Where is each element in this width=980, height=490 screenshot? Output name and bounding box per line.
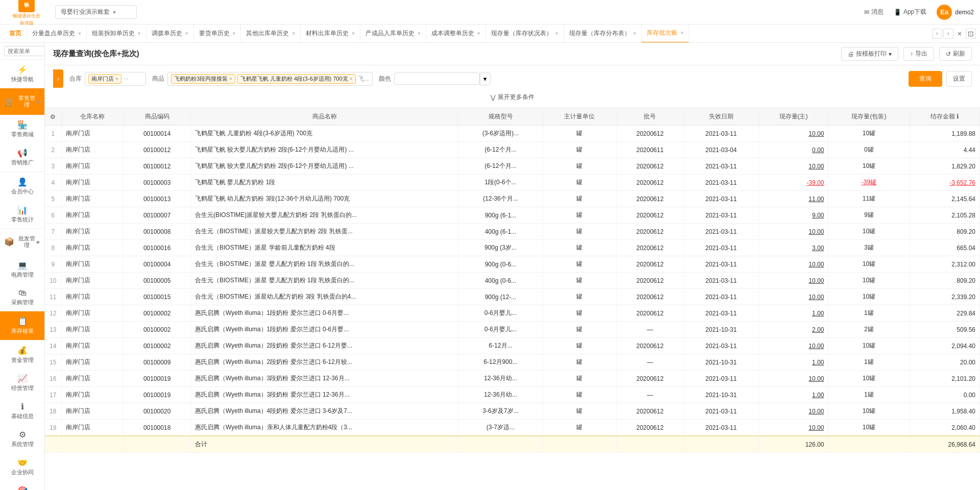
close-icon[interactable]: × [78, 31, 81, 36]
color-input[interactable] [394, 72, 480, 85]
product-more[interactable]: 飞... [358, 75, 369, 83]
tab-home[interactable]: 首页 [4, 24, 27, 43]
settings-icon[interactable]: ⚙ [50, 113, 56, 120]
cell-stock-main[interactable]: 10.00 [758, 338, 828, 354]
col-settings[interactable]: ⚙ [45, 108, 61, 126]
expand-more-button[interactable]: ⋁ 展开更多条件 [486, 91, 538, 104]
messages-button[interactable]: ✉ 消息 [864, 8, 884, 16]
product-tag-1-close[interactable]: × [229, 76, 232, 82]
query-button[interactable]: 查询 [909, 71, 942, 87]
sidebar-item-quicknav[interactable]: ⚡ 快捷导航 [0, 60, 44, 88]
product-tag-2-close[interactable]: × [350, 76, 353, 82]
stock-main-value[interactable]: 10.00 [808, 342, 824, 350]
cell-stock-main[interactable]: 1.00 [758, 305, 828, 322]
sidebar-item-retail-mgmt[interactable]: 🛒 零售管理 ▶ [0, 88, 44, 115]
sidebar-item-retail-store[interactable]: 🏪 零售商城 [0, 115, 44, 143]
cell-stock-main[interactable]: 10.00 [758, 371, 828, 387]
cell-stock-main[interactable]: 9.00 [758, 207, 828, 224]
stock-main-value[interactable]: 0.00 [812, 146, 824, 154]
stock-main-value[interactable]: 10.00 [808, 375, 824, 382]
tab-other-out[interactable]: 其他出库单历史 × [241, 24, 301, 43]
close-icon[interactable]: × [233, 31, 236, 36]
stock-main-value[interactable]: 1.00 [812, 359, 824, 366]
account-selector[interactable]: 母婴行业演示账套 ▾ [55, 5, 137, 19]
stock-main-value[interactable]: 1.00 [812, 310, 824, 317]
sidebar-item-member[interactable]: 👤 会员中心 [0, 172, 44, 200]
cell-stock-main[interactable]: 10.00 [758, 403, 828, 420]
sidebar-item-wholesale[interactable]: 📦 批发管理 ▶ [0, 229, 44, 255]
warehouse-tag-close[interactable]: × [115, 76, 118, 82]
close-icon[interactable]: × [680, 30, 683, 36]
cell-stock-main[interactable]: -39.00 [758, 175, 828, 191]
stock-main-value[interactable]: 10.00 [808, 277, 824, 284]
tab-product-in[interactable]: 产成品入库单历史 × [360, 24, 426, 43]
nav-close-all-button[interactable]: × [954, 29, 965, 39]
cell-stock-main[interactable]: 1.00 [758, 387, 828, 403]
stock-main-value[interactable]: 3.00 [812, 244, 824, 252]
sidebar-item-ecommerce[interactable]: 💻 电商管理 [0, 255, 44, 283]
stock-main-value[interactable]: 10.00 [808, 293, 824, 301]
nav-expand-button[interactable]: ⊡ [966, 29, 976, 39]
cell-stock-main[interactable]: 3.00 [758, 240, 828, 256]
warehouse-tags-input[interactable]: 南岸门店 × ··· [85, 72, 146, 86]
tab-disassemble[interactable]: 组装拆卸单历史 × [87, 24, 146, 43]
tab-inventory-status[interactable]: 现存量（库存状况表） × [486, 24, 564, 43]
user-profile[interactable]: Ea demo2 [937, 5, 974, 20]
cell-stock-main[interactable]: 2.00 [758, 322, 828, 338]
sidebar-item-enterprise-coop[interactable]: 🤝 企业协同 [0, 453, 44, 481]
close-icon[interactable]: × [418, 31, 421, 36]
sidebar-item-inventory-check[interactable]: 📋 库存核算 [0, 311, 44, 339]
cell-stock-main[interactable]: 10.00 [758, 126, 828, 142]
close-icon[interactable]: × [633, 31, 636, 36]
sidebar-item-basic-info[interactable]: ℹ 基础信息 [0, 397, 44, 425]
app-download-button[interactable]: 📱 App下载 [894, 8, 926, 16]
nav-prev-button[interactable]: ‹ [932, 29, 942, 39]
tab-batch-ledger[interactable]: 库存批次账 × [642, 24, 689, 43]
close-icon[interactable]: × [138, 31, 141, 36]
close-icon[interactable]: × [555, 31, 558, 36]
cell-stock-main[interactable]: 11.00 [758, 191, 828, 207]
sidebar-item-retail-stats[interactable]: 📊 零售统计 [0, 200, 44, 228]
close-icon[interactable]: × [477, 31, 480, 36]
search-input[interactable] [4, 46, 45, 56]
tab-requisition[interactable]: 要货单历史 × [194, 24, 241, 43]
refresh-button[interactable]: ↺ 刷新 [939, 47, 972, 61]
stock-main-value[interactable]: 10.00 [808, 130, 824, 137]
product-tags-input[interactable]: 飞鹤奶粉3段丙搜搜装 × 飞鹤星飞帆 儿童奶粉 4段(3-6岁适用) 700克 … [167, 72, 373, 86]
stock-main-value[interactable]: 1.00 [812, 391, 824, 399]
cell-stock-main[interactable]: 10.00 [758, 273, 828, 289]
export-button[interactable]: ↑ 导出 [903, 47, 934, 61]
sidebar-item-finance[interactable]: 💰 资金管理 [0, 340, 44, 369]
sidebar-item-new-guide[interactable]: 🎯 新手引导 [0, 481, 44, 490]
cell-stock-main[interactable]: 10.00 [758, 420, 828, 436]
tab-material-out[interactable]: 材料出库单历史 × [301, 24, 360, 43]
sidebar-item-procurement[interactable]: 🛍 采购管理 [0, 283, 44, 311]
cell-stock-main[interactable]: 10.00 [758, 224, 828, 240]
cell-stock-main[interactable]: 10.00 [758, 289, 828, 305]
settings-button[interactable]: 设置 [946, 71, 972, 87]
sidebar-item-operations[interactable]: 📈 经营管理 [0, 369, 44, 397]
stock-main-value[interactable]: 10.00 [808, 424, 824, 431]
nav-next-button[interactable]: › [943, 29, 953, 39]
stock-main-value[interactable]: 11.00 [808, 195, 824, 203]
stock-main-value[interactable]: 10.00 [808, 408, 824, 415]
stock-main-value[interactable]: 10.00 [808, 228, 824, 235]
cell-stock-main[interactable]: 0.00 [758, 142, 828, 158]
tab-mix[interactable]: 调拨单历史 × [146, 24, 194, 43]
cell-stock-main[interactable]: 10.00 [758, 158, 828, 175]
tab-split-inventory[interactable]: 分量盘点单历史 × [27, 24, 87, 43]
cell-stock-main[interactable]: 10.00 [758, 256, 828, 273]
sidebar-item-marketing[interactable]: 📢 营销推广 [0, 143, 44, 171]
stock-main-value[interactable]: -39.00 [806, 179, 824, 186]
tab-cost-adjust[interactable]: 成本调整单历史 × [426, 24, 486, 43]
tab-inventory-dist[interactable]: 现存量（库存分布表） × [564, 24, 642, 43]
stock-main-value[interactable]: 9.00 [812, 212, 824, 219]
warehouse-more[interactable]: ··· [124, 75, 129, 82]
close-icon[interactable]: × [292, 31, 295, 36]
stock-main-value[interactable]: 2.00 [812, 326, 824, 333]
filter-expand-button[interactable]: › [53, 69, 63, 88]
close-icon[interactable]: × [185, 31, 188, 36]
color-dropdown-button[interactable]: ▾ [480, 72, 491, 85]
cell-stock-main[interactable]: 1.00 [758, 354, 828, 371]
sidebar-item-system[interactable]: ⚙ 系统管理 [0, 425, 44, 453]
